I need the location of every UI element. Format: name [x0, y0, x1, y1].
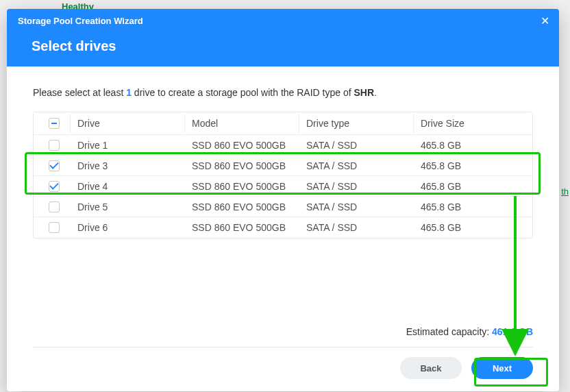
cell-type: SATA / SSD [299, 219, 414, 236]
select-all-checkbox[interactable] [49, 118, 60, 129]
cell-type: SATA / SSD [299, 178, 414, 195]
row-checkbox[interactable] [49, 181, 60, 192]
cell-model: SSD 860 EVO 500GB [185, 137, 299, 154]
step-title: Select drives [32, 38, 548, 54]
capacity-label: Estimated capacity: [406, 326, 492, 337]
cell-model: SSD 860 EVO 500GB [185, 178, 299, 195]
cell-size: 465.8 GB [414, 178, 528, 195]
select-all-cell [38, 114, 71, 133]
instruction-raid-type: SHR [354, 87, 375, 98]
col-model[interactable]: Model [185, 114, 299, 133]
cell-type: SATA / SSD [299, 137, 414, 154]
cell-drive: Drive 3 [71, 158, 185, 174]
footer-divider [33, 347, 533, 347]
cell-type: SATA / SSD [299, 199, 414, 215]
storage-pool-wizard-modal: Storage Pool Creation Wizard ✕ Select dr… [7, 9, 559, 391]
back-button[interactable]: Back [400, 357, 462, 379]
table-row[interactable]: Drive 5 SSD 860 EVO 500GB SATA / SSD 465… [34, 197, 532, 217]
estimated-capacity: Estimated capacity: 461.1 GB [33, 326, 533, 337]
cell-model: SSD 860 EVO 500GB [185, 219, 299, 236]
close-icon[interactable]: ✕ [541, 16, 549, 27]
wizard-title: Storage Pool Creation Wizard [18, 16, 548, 26]
cell-size: 465.8 GB [414, 137, 528, 154]
footer-buttons: Back Next [33, 357, 533, 379]
instruction-mid: drive to create a storage pool with the … [132, 87, 354, 98]
modal-footer: Estimated capacity: 461.1 GB Back Next [7, 319, 559, 391]
cell-type: SATA / SSD [299, 158, 414, 174]
capacity-value: 461.1 GB [492, 326, 533, 337]
col-drive-type[interactable]: Drive type [299, 114, 414, 133]
bg-link-fragment: th [561, 186, 569, 197]
table-row[interactable]: Drive 3 SSD 860 EVO 500GB SATA / SSD 465… [34, 156, 532, 176]
row-checkbox[interactable] [49, 222, 60, 233]
instruction-text: Please select at least 1 drive to create… [33, 87, 533, 98]
instruction-suffix: . [374, 87, 377, 98]
table-header-row: Drive Model Drive type Drive Size [34, 112, 532, 135]
cell-drive: Drive 1 [71, 137, 185, 154]
row-checkbox[interactable] [49, 201, 60, 212]
col-drive[interactable]: Drive [71, 114, 185, 133]
cell-drive: Drive 6 [71, 219, 185, 236]
instruction-drive-count: 1 [126, 87, 132, 98]
cell-size: 465.8 GB [414, 158, 528, 174]
cell-drive: Drive 5 [71, 199, 185, 215]
table-row[interactable]: Drive 6 SSD 860 EVO 500GB SATA / SSD 465… [34, 217, 532, 238]
table-row[interactable]: Drive 4 SSD 860 EVO 500GB SATA / SSD 465… [34, 176, 532, 197]
cell-drive: Drive 4 [71, 178, 185, 195]
drive-table: Drive Model Drive type Drive Size Drive … [33, 112, 533, 238]
cell-size: 465.8 GB [414, 199, 528, 215]
instruction-prefix: Please select at least [33, 87, 126, 98]
cell-model: SSD 860 EVO 500GB [185, 199, 299, 215]
cell-size: 465.8 GB [414, 219, 528, 236]
row-checkbox[interactable] [49, 160, 60, 171]
row-checkbox[interactable] [49, 140, 60, 151]
modal-body: Please select at least 1 drive to create… [7, 66, 559, 319]
table-row[interactable]: Drive 1 SSD 860 EVO 500GB SATA / SSD 465… [34, 135, 532, 156]
modal-header: Storage Pool Creation Wizard ✕ Select dr… [7, 9, 559, 66]
cell-model: SSD 860 EVO 500GB [185, 158, 299, 174]
col-drive-size[interactable]: Drive Size [414, 114, 528, 133]
next-button[interactable]: Next [471, 357, 533, 379]
